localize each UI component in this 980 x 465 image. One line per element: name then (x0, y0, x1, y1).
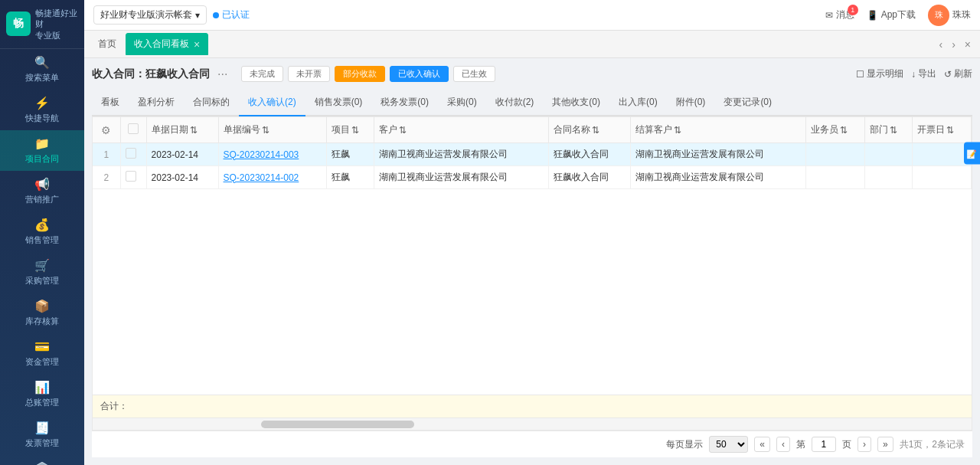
message-button[interactable]: ✉ 1 消息 (825, 8, 854, 21)
purchase-icon: 🛒 (34, 258, 50, 273)
sort-icon[interactable]: ⇅ (262, 125, 270, 136)
logo-text: 畅捷通好业财专业版 (35, 8, 78, 41)
select-all-checkbox[interactable] (128, 123, 139, 134)
sort-icon[interactable]: ⇅ (351, 125, 359, 136)
sidebar-item-marketing[interactable]: 📢 营销推广 (0, 171, 84, 211)
tab-other-income[interactable]: 其他收支(0) (543, 90, 609, 115)
sidebar-item-tax[interactable]: 🏛️ 税务管理 (0, 455, 84, 465)
sidebar-item-funds[interactable]: 💳 资金管理 (0, 333, 84, 374)
tab-change-log[interactable]: 变更记录(0) (714, 90, 781, 115)
home-tab-label: 首页 (98, 38, 116, 49)
page-size-select[interactable]: 50 100 200 (709, 436, 748, 453)
export-action[interactable]: ↓ 导出 (911, 67, 936, 80)
inner-tabs: 看板 盈利分析 合同标的 收入确认(2) 销售发票(0) 税务发票(0) 采购(… (92, 90, 972, 116)
next-page-button[interactable]: › (858, 437, 871, 452)
topbar-right: ✉ 1 消息 📱 App下载 珠 珠珠 (825, 5, 971, 26)
sidebar-item-project[interactable]: 📁 项目合同 (0, 130, 84, 171)
tab-prev-button[interactable]: ‹ (936, 37, 946, 52)
page-input[interactable] (812, 437, 836, 452)
col-checkbox (120, 117, 146, 143)
row-date: 2023-02-14 (146, 166, 218, 189)
table-wrapper: ⚙ 单据日期⇅ 单据编号⇅ 项目⇅ 客户⇅ 合同名称⇅ 结算客户⇅ 业务员⇅ 部… (93, 117, 972, 395)
sort-icon[interactable]: ⇅ (592, 125, 599, 136)
footer-sum-label: 合计： (100, 401, 128, 411)
show-detail-action[interactable]: ☐ 显示明细 (856, 67, 903, 80)
sort-icon[interactable]: ⇅ (890, 125, 897, 136)
row-project: 狂飙 (326, 166, 374, 189)
tab-attachments[interactable]: 附件(0) (667, 90, 715, 115)
sidebar-item-label: 营销推广 (25, 194, 59, 205)
page-label: 第 (796, 438, 805, 451)
row-customer: 湖南卫视商业运营发展有限公司 (374, 166, 549, 189)
sort-icon[interactable]: ⇅ (840, 125, 848, 136)
sort-icon[interactable]: ⇅ (674, 125, 681, 136)
more-button[interactable]: ··· (217, 67, 227, 81)
table-area: ⚙ 单据日期⇅ 单据编号⇅ 项目⇅ 客户⇅ 合同名称⇅ 结算客户⇅ 业务员⇅ 部… (92, 116, 972, 431)
company-selector[interactable]: 好业财专业版演示帐套 ▾ (93, 5, 207, 25)
message-badge: 1 (848, 5, 858, 15)
sidebar-item-sales[interactable]: 💰 销售管理 (0, 211, 84, 252)
table-row[interactable]: 1 2023-02-14 SQ-20230214-003 狂飙 湖南卫视商业运营… (93, 143, 972, 166)
sidebar-item-purchase[interactable]: 🛒 采购管理 (0, 252, 84, 293)
sidebar-item-inventory[interactable]: 📦 库存核算 (0, 293, 84, 333)
tab-payment[interactable]: 收付款(2) (486, 90, 544, 115)
contract-title: 收入合同：狂飙收入合同 (92, 67, 210, 81)
row-project: 狂飙 (326, 143, 374, 166)
sidebar-item-ledger[interactable]: 📊 总账管理 (0, 374, 84, 414)
tab-purchase[interactable]: 采购(0) (438, 90, 486, 115)
sort-icon[interactable]: ⇅ (190, 125, 198, 136)
user-menu[interactable]: 珠 珠珠 (928, 5, 971, 26)
refresh-action[interactable]: ↺ 刷新 (944, 67, 972, 80)
app-download-button[interactable]: 📱 App下载 (867, 8, 916, 21)
table-footer: 合计： (93, 395, 972, 418)
tab-contract-board[interactable]: 收入合同看板 × (126, 33, 208, 55)
tab-home[interactable]: 首页 (90, 33, 124, 55)
contract-header: 收入合同：狂飙收入合同 ··· 未完成 未开票 部分收款 已收入确认 已生效 ☐… (92, 66, 972, 82)
horizontal-scrollbar[interactable] (93, 418, 972, 430)
row-invoice-date (912, 143, 971, 166)
main-area: 好业财专业版演示帐套 ▾ 已认证 ✉ 1 消息 📱 App下载 珠 珠珠 (84, 0, 980, 465)
tab-close-all-button[interactable]: × (962, 37, 974, 52)
sort-icon[interactable]: ⇅ (399, 125, 407, 136)
tab-inout-storage[interactable]: 出入库(0) (609, 90, 667, 115)
verified-badge: 已认证 (213, 8, 250, 21)
first-page-button[interactable]: « (754, 437, 770, 452)
tab-tax-invoice[interactable]: 税务发票(0) (371, 90, 438, 115)
table-row[interactable]: 2 2023-02-14 SQ-20230214-002 狂飙 湖南卫视商业运营… (93, 166, 972, 189)
row-code[interactable]: SQ-20230214-003 (218, 143, 326, 166)
status-uninvoiced[interactable]: 未开票 (288, 66, 330, 82)
sidebar-item-invoice[interactable]: 🧾 发票管理 (0, 414, 84, 455)
sidebar-nav-label: 快捷导航 (25, 113, 59, 124)
sort-icon[interactable]: ⇅ (946, 125, 954, 136)
last-page-button[interactable]: » (877, 437, 893, 452)
status-partial-collected[interactable]: 部分收款 (335, 66, 385, 82)
sidebar-item-label: 资金管理 (25, 356, 59, 368)
row-checkbox[interactable] (126, 148, 136, 159)
settings-icon[interactable]: ⚙ (101, 124, 111, 136)
row-checkbox[interactable] (126, 171, 136, 182)
status-uncompleted[interactable]: 未完成 (241, 66, 283, 82)
row-salesman (806, 166, 865, 189)
sidebar-item-search[interactable]: 🔍 搜索菜单 (0, 49, 84, 90)
tabbar-nav: ‹ › × (936, 37, 974, 52)
refresh-icon: ↺ (944, 69, 952, 80)
prev-page-button[interactable]: ‹ (776, 437, 790, 452)
col-code: 单据编号⇅ (218, 117, 326, 143)
tab-revenue-confirm[interactable]: 收入确认(2) (239, 90, 305, 116)
marketing-icon: 📢 (34, 177, 50, 192)
right-note-button[interactable]: 📝 (964, 142, 980, 165)
tab-sales-invoice[interactable]: 销售发票(0) (305, 90, 372, 115)
tab-next-button[interactable]: › (949, 37, 959, 52)
row-code[interactable]: SQ-20230214-002 (218, 166, 326, 189)
username-label: 珠珠 (952, 8, 971, 21)
status-effective[interactable]: 已生效 (453, 66, 495, 82)
status-income-confirmed[interactable]: 已收入确认 (390, 66, 449, 82)
sidebar-item-quicknav[interactable]: ⚡ 快捷导航 (0, 90, 84, 130)
search-icon: 🔍 (34, 55, 50, 70)
download-icon: 📱 (867, 10, 878, 21)
tab-board[interactable]: 看板 (92, 90, 129, 115)
scrollbar-thumb[interactable] (261, 421, 414, 428)
tab-subject[interactable]: 合同标的 (184, 90, 239, 115)
tab-profit[interactable]: 盈利分析 (129, 90, 184, 115)
close-icon[interactable]: × (194, 38, 200, 51)
